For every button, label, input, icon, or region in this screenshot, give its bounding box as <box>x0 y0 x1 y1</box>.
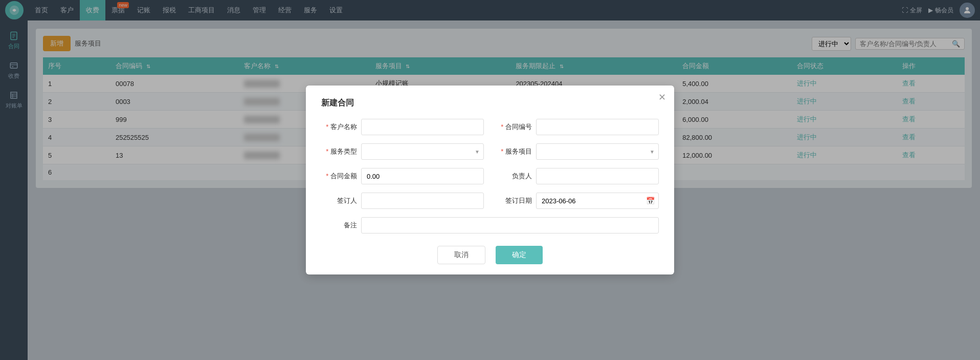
cancel-button[interactable]: 取消 <box>437 246 485 264</box>
sign-date-field-row: 签订日期 📅 <box>496 193 659 209</box>
remark-field-row: 备注 <box>321 217 659 234</box>
owner-label: 负责人 <box>496 172 532 181</box>
service-type-select-wrap <box>361 143 484 160</box>
form-grid: 客户名称 合同编号 服务类型 服务项目 <box>321 119 659 234</box>
calendar-icon[interactable]: 📅 <box>646 197 655 205</box>
contract-no-input[interactable] <box>536 119 659 135</box>
remark-label: 备注 <box>321 221 357 230</box>
service-item-field-row: 服务项目 <box>496 143 659 160</box>
service-item-select[interactable] <box>536 143 659 160</box>
service-type-field-row: 服务类型 <box>321 143 484 160</box>
service-type-label: 服务类型 <box>321 147 357 156</box>
sign-date-input[interactable] <box>536 193 659 209</box>
service-item-select-wrap <box>536 143 659 160</box>
owner-input[interactable] <box>536 168 659 184</box>
sign-date-wrap: 📅 <box>536 193 659 209</box>
service-item-label: 服务项目 <box>496 147 532 156</box>
contract-no-label: 合同编号 <box>496 122 532 132</box>
modal-overlay: 新建合同 ✕ 客户名称 合同编号 服务类型 服务项目 <box>0 0 980 360</box>
contract-no-field-row: 合同编号 <box>496 119 659 135</box>
owner-field-row: 负责人 <box>496 168 659 184</box>
modal-close-button[interactable]: ✕ <box>658 93 666 102</box>
modal-title: 新建合同 <box>321 98 659 109</box>
customer-input[interactable] <box>361 119 484 135</box>
customer-field-row: 客户名称 <box>321 119 484 135</box>
service-type-select[interactable] <box>361 143 484 160</box>
signer-field-row: 签订人 <box>321 193 484 209</box>
signer-input[interactable] <box>361 193 484 209</box>
sign-date-label: 签订日期 <box>496 196 532 205</box>
amount-field-row: 合同金额 <box>321 168 484 184</box>
amount-label: 合同金额 <box>321 172 357 181</box>
amount-input[interactable] <box>361 168 484 184</box>
modal-footer: 取消 确定 <box>321 246 659 264</box>
customer-label: 客户名称 <box>321 122 357 132</box>
confirm-button[interactable]: 确定 <box>496 246 543 264</box>
remark-input[interactable] <box>361 217 659 234</box>
new-contract-modal: 新建合同 ✕ 客户名称 合同编号 服务类型 服务项目 <box>306 86 674 274</box>
signer-label: 签订人 <box>321 196 357 205</box>
